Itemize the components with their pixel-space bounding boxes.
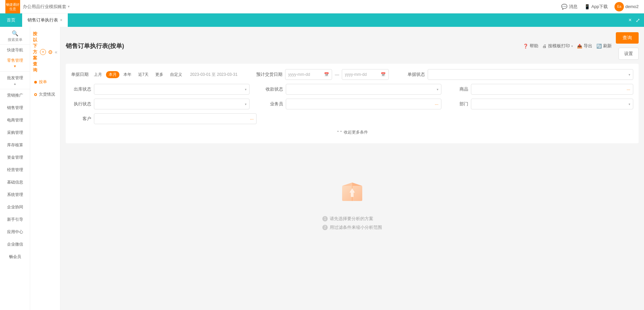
exec-status-select[interactable]: ▾ <box>94 99 250 109</box>
hint-num-2: 2 <box>322 225 328 230</box>
sub-menu-item-欠货情况[interactable]: 欠货情况 <box>30 88 60 101</box>
logo-text: 畅捷通好生意 <box>5 2 20 11</box>
sidebar-item-vip[interactable]: 畅会员 <box>0 251 30 263</box>
sub-menu-item-按单[interactable]: 按单 <box>30 76 60 88</box>
customer-ellipsis[interactable]: ··· <box>250 116 254 121</box>
empty-icon <box>335 174 369 208</box>
topbar: 畅捷通好生意 办公用品行业模拟账套 ▾ 💬 消息 📱 App下载 Ea demo… <box>0 0 644 13</box>
app-download-button[interactable]: 📱 App下载 <box>584 4 608 10</box>
query-button[interactable]: 查询 <box>616 32 639 44</box>
sidebar-search[interactable]: 🔍 搜索菜单 <box>0 27 30 45</box>
sub-menu-item-dot-outline <box>34 93 37 96</box>
sidebar-item-basic-info[interactable]: 基础信息 <box>0 176 30 189</box>
sidebar-collab-label: 企业协同 <box>7 204 23 210</box>
sidebar-newbie-label: 新手引导 <box>7 217 23 222</box>
date-tab-last-7-days[interactable]: 近7天 <box>136 71 151 78</box>
page-header: 销售订单执行表(按单) ❓ 帮助 🖨 按模板打印 ▾ 📤 导出 🔄 刷新 <box>66 32 639 60</box>
print-dropdown-icon[interactable]: ▾ <box>571 44 573 48</box>
date-tab-last-month[interactable]: 上月 <box>91 71 105 78</box>
sidebar-item-system[interactable]: 系统管理 <box>0 189 30 201</box>
receipt-status-label: 收款状态 <box>263 86 283 92</box>
empty-hints: 1 请先选择要分析的方案 2 用过滤条件来缩小分析范围 <box>322 214 382 232</box>
dept-select[interactable]: ▾ <box>471 99 633 109</box>
sidebar-item-retail[interactable]: 零售管理 ▼ <box>0 54 30 71</box>
sidebar-system-label: 系统管理 <box>7 192 23 198</box>
goods-input[interactable]: ··· <box>471 84 633 95</box>
sidebar-item-purchase[interactable]: 采购管理 <box>0 126 30 139</box>
window-close-button[interactable]: × <box>629 17 632 23</box>
tab-active-label: 销售订单执行表 <box>28 17 58 23</box>
doc-status-label: 单据状态 <box>408 71 425 78</box>
print-button[interactable]: 🖨 按模板打印 ▾ <box>542 43 573 49</box>
collapse-label: 收起更多条件 <box>344 130 368 135</box>
right-action-buttons: 查询 设置 <box>616 32 639 60</box>
refresh-button[interactable]: 🔄 刷新 <box>596 43 612 49</box>
tab-close-button[interactable]: × <box>60 18 62 22</box>
filter-doc-status-field: 单据状态 ▾ <box>408 69 633 80</box>
date-tab-this-month[interactable]: 本月 <box>106 71 119 78</box>
filter-receipt-status: 收款状态 ▾ <box>263 84 441 95</box>
sidebar-group-retail: 零售管理 ▼ <box>0 54 30 72</box>
svg-marker-2 <box>352 183 362 186</box>
sidebar-item-app-center[interactable]: 应用中心 <box>0 226 30 238</box>
topbar-title[interactable]: 办公用品行业模拟账套 ▾ <box>23 4 70 10</box>
doc-status-select[interactable]: ▾ <box>428 69 633 80</box>
page-title: 销售订单执行表(按单) <box>66 42 124 50</box>
sidebar-item-collab[interactable]: 企业协同 <box>0 201 30 213</box>
user-menu[interactable]: Ea demo2 <box>614 2 639 11</box>
sub-menu-add-button[interactable]: + <box>40 49 46 55</box>
help-button[interactable]: ❓ 帮助 <box>523 43 538 49</box>
app-icon: 📱 <box>584 4 590 9</box>
sidebar-item-newbie[interactable]: 新手引导 <box>0 213 30 226</box>
sidebar-item-wholesale[interactable]: 批发管理 ▲ <box>0 72 30 89</box>
content-area: 销售订单执行表(按单) ❓ 帮助 🖨 按模板打印 ▾ 📤 导出 🔄 刷新 <box>60 27 644 310</box>
sidebar-item-marketing[interactable]: 营销推广 <box>0 89 30 102</box>
date-end-placeholder: yyyy-mm-dd <box>345 72 379 77</box>
window-expand-button[interactable]: ⤢ <box>636 17 640 23</box>
date-tabs: 上月 本月 本年 近7天 更多 自定义 <box>91 71 185 78</box>
sub-menu-collapse-button[interactable]: « <box>55 49 57 55</box>
sidebar-item-enterprise-wechat[interactable]: 企业微信 <box>0 238 30 251</box>
filter-customer: 客户 ··· <box>71 113 257 124</box>
sidebar-wholesale-arrow: ▲ <box>13 82 17 86</box>
sidebar-enterprise-wechat-label: 企业微信 <box>7 242 23 247</box>
message-button[interactable]: 💬 消息 <box>561 4 578 10</box>
expected-date-end-input[interactable]: yyyy-mm-dd 📅 <box>342 69 389 80</box>
logo: 畅捷通好生意 <box>5 0 20 13</box>
page-header-actions: ❓ 帮助 🖨 按模板打印 ▾ 📤 导出 🔄 刷新 查询 <box>523 32 639 60</box>
topbar-left: 畅捷通好生意 办公用品行业模拟账套 ▾ <box>5 0 70 13</box>
collapse-button[interactable]: ⌃⌃ 收起更多条件 <box>71 127 633 138</box>
filter-row-4: 客户 ··· <box>71 113 633 124</box>
out-status-select[interactable]: ▾ <box>94 84 250 95</box>
goods-ellipsis[interactable]: ··· <box>627 87 630 92</box>
tab-home-label: 首页 <box>7 17 15 23</box>
filter-out-status: 出库状态 ▾ <box>71 84 250 95</box>
sidebar-quick-nav[interactable]: 快捷导航 <box>0 45 30 54</box>
sidebar-item-sales[interactable]: 销售管理 <box>0 102 30 114</box>
export-button[interactable]: 📤 导出 <box>577 43 592 49</box>
topbar-dropdown-icon[interactable]: ▾ <box>68 4 70 9</box>
date-tab-custom[interactable]: 自定义 <box>167 71 185 78</box>
sidebar-app-center-label: 应用中心 <box>7 229 23 235</box>
sidebar-item-inventory[interactable]: 库存核算 <box>0 139 30 151</box>
sub-menu-edit-button[interactable]: ⚙ <box>48 49 53 55</box>
expected-date-start-input[interactable]: yyyy-mm-dd 📅 <box>285 69 332 80</box>
sidebar-group-wholesale: 批发管理 ▲ <box>0 72 30 89</box>
date-tab-more[interactable]: 更多 <box>153 71 166 78</box>
receipt-status-select[interactable]: ▾ <box>286 84 441 95</box>
topbar-title-text: 办公用品行业模拟账套 <box>23 4 66 10</box>
salesperson-input[interactable]: ··· <box>286 99 441 109</box>
out-status-dropdown-icon: ▾ <box>245 88 247 91</box>
tab-home[interactable]: 首页 <box>0 13 22 27</box>
sidebar-item-operations[interactable]: 经营管理 <box>0 164 30 176</box>
sidebar: 🔍 搜索菜单 快捷导航 零售管理 ▼ 批发管理 ▲ 营销推广 销售管理 电商管理 <box>0 27 30 310</box>
settings-button[interactable]: 设置 <box>619 48 639 60</box>
help-icon: ❓ <box>523 44 528 49</box>
sidebar-item-ecommerce[interactable]: 电商管理 <box>0 114 30 126</box>
sidebar-item-finance[interactable]: 资金管理 <box>0 151 30 164</box>
date-tab-this-year[interactable]: 本年 <box>121 71 134 78</box>
tabbar-actions: × ⤢ <box>625 17 644 23</box>
salesperson-ellipsis[interactable]: ··· <box>435 102 438 107</box>
tab-active[interactable]: 销售订单执行表 × <box>22 13 68 27</box>
customer-input[interactable]: ··· <box>94 113 257 124</box>
